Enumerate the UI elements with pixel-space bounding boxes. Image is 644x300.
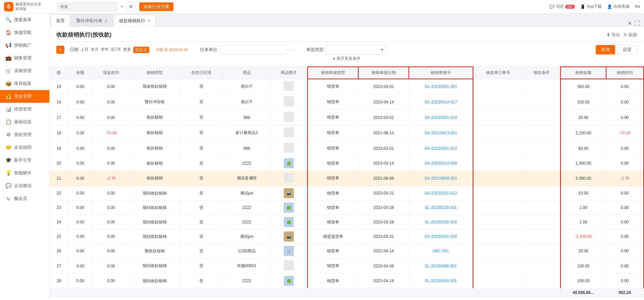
cancel-bill-no-link[interactable]: SA-20230301-010 [424,146,457,151]
cell-cancel-type: 现结收款核销 [129,186,179,201]
goods-thumbnail: 🟩 [284,203,294,213]
sidebar-item-system[interactable]: ⚙ 系统管理 [0,128,49,141]
cell-include-settled: 否 [179,244,223,258]
collab-icon: 🤝 [5,144,11,151]
cancel-bill-no-link[interactable]: ABC-001 [433,249,449,253]
cell-receipt-order [473,171,523,186]
sidebar-item-basic[interactable]: 📋 基础信息 [0,116,49,128]
cancel-bill-no-link[interactable]: SA-20230331-026 [424,234,457,239]
app-download-button[interactable]: 📱 App下载 [580,4,602,9]
tab-maximize-button[interactable]: ⛶ [635,20,640,27]
sidebar-item-finance[interactable]: 💰 资金管理 [0,90,49,103]
export-button[interactable]: ⬆ 导出 [606,32,620,38]
sidebar-item-management[interactable]: 📊 经营管理 [0,103,49,116]
date-more[interactable]: 更多 [123,47,131,53]
date-this-month[interactable]: 本月 [91,47,99,53]
sales-icon: 💼 [5,55,11,61]
cancel-bill-no-link[interactable]: SL-20230328-002 [425,220,457,224]
filter-toggle-button[interactable]: » [56,46,64,54]
cell-id: 21 [50,171,68,186]
sidebar-item-guide[interactable]: 🎓 新手引导 [0,154,49,167]
cell-cancel-bill-no: SL-20230328-001 [409,201,473,215]
cell-cancel-bill-type: 销货单 [308,156,358,171]
date-range-display: 不限 至 2023-07-26 [156,47,188,52]
date-filter-group: 日期 上月 本月 本年 近7天 更多 自定义 [70,47,149,53]
user-name[interactable]: Rit [635,4,640,9]
sidebar-item-member[interactable]: V 畅会员 [0,192,49,205]
cell-cancel-bill-date: 2021-08-08 [358,171,409,186]
col-cancel-type: 核销类型 [129,67,179,79]
cell-cash-discount: 0.00 [93,94,130,110]
refresh-icon: ↻ [624,32,627,37]
cell-cancel-bill-type: 销货退货单 [308,229,358,244]
cancel-bill-no-link[interactable]: SL-20230408-001 [425,264,457,268]
gear-button[interactable]: ⚙ [126,2,136,11]
solution-button[interactable]: 体验行业方案 [139,2,173,11]
sidebar-item-wechat[interactable]: 💬 企业微信 [0,179,49,192]
table-container[interactable]: ⚙ 余额 现金折扣 核销类型 包含已结清 商品 商品图片 核销单据类型 核销单据… [50,67,644,300]
tab-home[interactable]: 首页 [51,14,70,27]
cell-goods-image: 🟩 [270,201,308,215]
party-filter-dots[interactable]: ··· [288,47,294,52]
sidebar-item-inventory[interactable]: 📦 库存核算 [0,77,49,90]
cell-cancel-bill-type: 销货单 [308,94,358,110]
sidebar-item-nav[interactable]: 🏠 快捷导航 [0,26,49,39]
cancel-bill-no-link[interactable]: SL-20230328-001 [425,205,457,210]
bill-type-select[interactable]: ▾ [326,45,386,54]
header-actions: ⬆ 导出 ↻ 刷新 [606,32,637,38]
export-icon: ⬆ [606,32,610,37]
cell-cancel-bill-no: SA-20230314-008 [409,156,473,171]
search-input[interactable] [57,2,117,11]
tab-receipt[interactable]: 收款核销执行 ✕ [114,14,156,27]
cell-balance: 0.00 [68,215,92,229]
cell-goods-image: 🟩 [270,156,308,171]
setting-button[interactable]: 设置 [617,45,637,54]
finance-icon: 💰 [5,93,11,99]
sidebar-item-sales[interactable]: 💼 销售管理 [0,52,49,65]
query-button[interactable]: 查询 [596,45,615,54]
date-last-month[interactable]: 上月 [80,47,89,53]
cancel-bill-no-link[interactable]: SA-20230321-012 [424,191,457,196]
col-balance: 余额 [68,67,92,79]
cancel-bill-no-link[interactable]: SA-20230301-001 [424,84,457,89]
tab-close-all-button[interactable]: ✕ [628,20,632,27]
cell-id: 28 [50,274,68,288]
tab-prepay[interactable]: 预付冲应付单 ✕ [71,14,113,27]
party-filter-input[interactable] [219,45,286,54]
cancel-bill-no-link[interactable]: SA-20230414-017 [424,100,457,104]
table-row: 28 0.00 0.00 现结收款核销 否 2222 🟩 销货单 2023-04… [50,274,644,288]
cell-include-settled: 否 [179,215,223,229]
cancel-bill-no-link[interactable]: SL-20230418-001 [425,278,457,283]
sidebar-item-purchase[interactable]: 🛒 采购管理 [0,65,49,77]
cell-receipt-condition [523,201,560,215]
cancel-bill-no-link[interactable]: SA-20210808-001 [424,176,457,181]
cell-goods: 2222 [223,201,270,215]
cell-goods: 测试jun [223,186,270,201]
cell-cancel-bill-type: 销货单 [308,171,358,186]
chevron-down-icon[interactable]: ▾ [121,4,123,9]
cancel-bill-no-link[interactable]: SA-20210813-001 [424,131,457,135]
message-button[interactable]: 💬 消息 99+ [549,4,575,9]
footer-cancel-amount: 40,556,66... [560,288,606,297]
col-receipt-order: 收款单订单号 [473,67,523,79]
sidebar-item-collab[interactable]: 🤝 企业协同 [0,141,49,154]
date-this-year[interactable]: 本年 [101,47,109,53]
sidebar-item-search[interactable]: 🔍 搜索菜单 [0,13,49,26]
expand-filter-button[interactable]: ▾ 展开更多条件 [333,56,361,61]
date-7-days[interactable]: 近7天 [111,47,121,53]
cell-goods: 2222 [223,274,270,288]
cell-cancel-bill-no: SA-20230414-017 [409,94,473,110]
refresh-button[interactable]: ↻ 刷新 [624,32,637,38]
tab-close-prepay[interactable]: ✕ [104,18,108,23]
sidebar-item-hardware[interactable]: 💡 智能硬件 [0,167,49,179]
cancel-bill-no-link[interactable]: SA-20230314-008 [424,161,457,166]
cell-cancel-bill-no: SA-20230321-012 [409,186,473,201]
tab-close-receipt[interactable]: ✕ [147,18,151,23]
search-icon: 🔍 [5,17,11,23]
app-icon: 📱 [580,4,585,9]
sidebar-item-marketing[interactable]: 📢 营销推广 [0,39,49,52]
cancel-bill-no-link[interactable]: SA-20230301-010 [424,115,457,120]
online-service-button[interactable]: 👤 在线客服 [607,4,630,9]
col-settings[interactable]: ⚙ [50,67,68,79]
date-custom[interactable]: 自定义 [133,47,149,53]
